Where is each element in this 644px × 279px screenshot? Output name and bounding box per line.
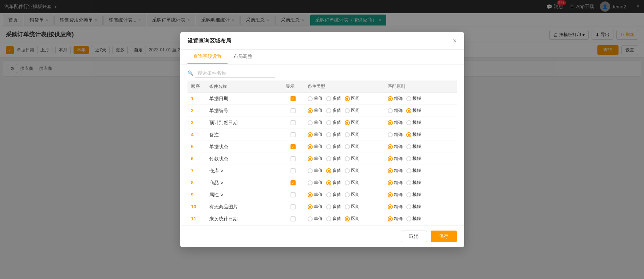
- modal-tab-layout-adjust[interactable]: 布局调整: [228, 50, 258, 64]
- modal-tab-field-settings-label: 查询字段设置: [193, 54, 222, 59]
- modal-tab-field-settings[interactable]: 查询字段设置: [187, 50, 228, 64]
- modal-header: 设置查询区域布局 ×: [180, 32, 464, 50]
- search-icon: 🔍: [187, 70, 193, 76]
- modal-tabs: 查询字段设置 布局调整: [180, 50, 464, 64]
- modal-tab-layout-adjust-label: 布局调整: [233, 54, 252, 59]
- settings-modal: 设置查询区域布局 × 查询字段设置 布局调整 🔍 顺序 条件名称: [180, 32, 464, 80]
- modal-close-button[interactable]: ×: [453, 37, 457, 45]
- modal-title: 设置查询区域布局: [187, 38, 231, 44]
- modal-search-area: 🔍: [180, 64, 464, 80]
- search-input[interactable]: [195, 69, 275, 78]
- modal-overlay: 设置查询区域布局 × 查询字段设置 布局调整 🔍 顺序 条件名称: [0, 0, 644, 80]
